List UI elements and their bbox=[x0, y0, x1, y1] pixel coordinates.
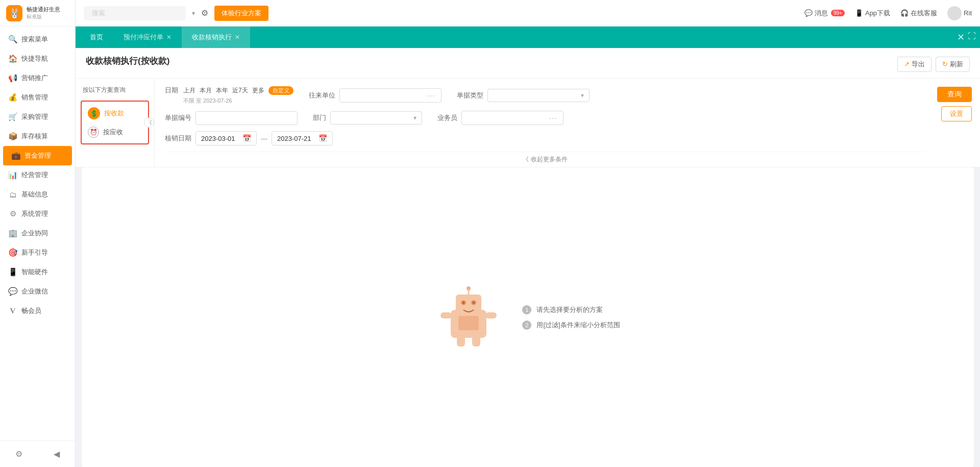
purchase-icon: 🛒 bbox=[8, 112, 17, 121]
doc-type-select[interactable]: ▾ bbox=[487, 89, 590, 102]
filter-option-receivable[interactable]: ⏰ 按应收 bbox=[84, 123, 146, 141]
svg-rect-10 bbox=[458, 316, 479, 330]
sidebar-item-operation[interactable]: 📊 经营管理 bbox=[0, 165, 75, 185]
hardware-icon: 📱 bbox=[8, 267, 17, 277]
sidebar-item-finance[interactable]: 💼 资金管理 bbox=[3, 146, 72, 165]
topbar-left: 搜索 ▾ ⚙ 体验行业方案 bbox=[84, 6, 268, 21]
collapse-more-icon: 《 bbox=[523, 155, 529, 164]
dropdown-arrow-icon[interactable]: ▾ bbox=[192, 10, 195, 17]
sidebar-item-label: 库存核算 bbox=[21, 132, 48, 141]
avatar bbox=[947, 6, 962, 20]
svg-rect-8 bbox=[457, 335, 465, 347]
tab-home[interactable]: 首页 bbox=[80, 27, 113, 48]
sidebar-item-enterprise[interactable]: 🏢 企业协同 bbox=[0, 224, 75, 243]
filter-area: 按以下方案查询 💲 按收款 ⏰ 按应收 《 bbox=[76, 79, 980, 167]
calendar-start-icon[interactable]: 📅 bbox=[242, 134, 251, 142]
sidebar-item-member[interactable]: V 畅会员 bbox=[0, 301, 75, 321]
sidebar-item-marketing[interactable]: 📢 营销推广 bbox=[0, 68, 75, 88]
counterparty-input[interactable]: ··· bbox=[339, 88, 442, 103]
tab-writeoff-label: 收款核销执行 bbox=[192, 33, 232, 42]
svg-rect-9 bbox=[472, 335, 480, 347]
staff-input[interactable]: ··· bbox=[461, 111, 564, 125]
tab-writeoff-close[interactable]: ✕ bbox=[235, 34, 240, 41]
sidebar-item-label: 销售管理 bbox=[21, 93, 48, 102]
enterprise-icon: 🏢 bbox=[8, 229, 17, 238]
writeoff-start-value: 2023-03-01 bbox=[201, 135, 235, 142]
sidebar-item-sales[interactable]: 💰 销售管理 bbox=[0, 88, 75, 107]
user-profile[interactable]: Rit bbox=[947, 6, 972, 20]
date-btn-custom[interactable]: 自定义 bbox=[268, 86, 293, 95]
tip-text-1: 请先选择要分析的方案 bbox=[536, 305, 603, 314]
settings-icon[interactable]: ⚙ bbox=[201, 8, 208, 18]
system-icon: ⚙ bbox=[8, 209, 17, 218]
svg-rect-6 bbox=[440, 312, 452, 318]
calendar-end-icon[interactable]: 📅 bbox=[318, 134, 327, 142]
date-btn-this-month[interactable]: 本月 bbox=[200, 86, 212, 95]
service-icon: 🎧 bbox=[900, 9, 909, 17]
empty-state: 1 请先选择要分析的方案 2 用[过滤]条件来缩小分析范围 bbox=[76, 167, 980, 467]
sidebar-item-label: 快捷导航 bbox=[21, 54, 48, 63]
dept-label: 部门 bbox=[313, 113, 326, 122]
app-download-button[interactable]: 📱 App下载 bbox=[855, 9, 890, 18]
sidebar-item-purchase[interactable]: 🛒 采购管理 bbox=[0, 107, 75, 127]
empty-illustration bbox=[435, 284, 502, 351]
sidebar-item-guide[interactable]: 🎯 新手引导 bbox=[0, 243, 75, 262]
filter-action-buttons: 查询 设置 bbox=[933, 79, 980, 167]
sidebar-item-wechat[interactable]: 💬 企业微信 bbox=[0, 282, 75, 301]
filter-form: 日期 上月 本月 本年 近7天 更多 自定义 不限 至 2023-07-26 bbox=[155, 79, 933, 167]
empty-tips: 1 请先选择要分析的方案 2 用[过滤]条件来缩小分析范围 bbox=[522, 305, 620, 330]
sidebar-item-label: 企业协同 bbox=[21, 229, 48, 238]
solution-button[interactable]: 体验行业方案 bbox=[214, 6, 268, 21]
staff-dots-icon[interactable]: ··· bbox=[549, 114, 558, 122]
sidebar-item-inventory[interactable]: 📦 库存核算 bbox=[0, 127, 75, 146]
member-icon: V bbox=[8, 307, 17, 315]
sales-icon: 💰 bbox=[8, 93, 17, 102]
collapse-sidebar-button[interactable]: ◀ bbox=[51, 446, 63, 462]
dept-select[interactable]: ▾ bbox=[330, 111, 422, 125]
tab-prepay[interactable]: 预付冲应付单 ✕ bbox=[113, 27, 182, 48]
sidebar-item-label: 营销推广 bbox=[21, 73, 48, 83]
collapse-more-button[interactable]: 《 收起更多条件 bbox=[165, 152, 925, 167]
finance-icon: 💼 bbox=[11, 151, 20, 160]
setting-button[interactable]: 设置 bbox=[941, 106, 972, 121]
date-btn-last-month[interactable]: 上月 bbox=[183, 86, 195, 95]
close-tab-icon[interactable]: ✕ bbox=[957, 32, 965, 43]
sidebar-item-label: 采购管理 bbox=[21, 112, 48, 121]
main-area: 搜索 ▾ ⚙ 体验行业方案 💬 消息 99+ 📱 App下载 🎧 在线客服 Ri… bbox=[76, 0, 980, 467]
filter-row-3: 核销日期 2023-03-01 📅 — 2023-07-21 📅 bbox=[165, 131, 925, 145]
doc-no-input[interactable] bbox=[195, 111, 298, 125]
date-btn-7days[interactable]: 近7天 bbox=[232, 86, 248, 95]
online-service-label: 在线客服 bbox=[911, 9, 937, 18]
settings-button[interactable]: ⚙ bbox=[12, 446, 26, 462]
empty-svg bbox=[435, 284, 502, 351]
export-button[interactable]: ↗ 导出 bbox=[897, 57, 932, 72]
tab-prepay-close[interactable]: ✕ bbox=[166, 34, 172, 41]
tab-writeoff[interactable]: 收款核销执行 ✕ bbox=[182, 27, 250, 48]
sidebar-item-quick-nav[interactable]: 🏠 快捷导航 bbox=[0, 49, 75, 68]
counterparty-label: 往来单位 bbox=[309, 91, 335, 100]
empty-tip-2: 2 用[过滤]条件来缩小分析范围 bbox=[522, 321, 620, 330]
sidebar-item-system[interactable]: ⚙ 系统管理 bbox=[0, 204, 75, 224]
tab-prepay-label: 预付冲应付单 bbox=[124, 33, 163, 42]
sidebar-item-search[interactable]: 🔍 搜索菜单 bbox=[0, 30, 75, 49]
refresh-button[interactable]: ↻ 刷新 bbox=[936, 57, 970, 72]
expand-icon[interactable]: ⛶ bbox=[968, 32, 976, 43]
counterparty-dots-icon[interactable]: ··· bbox=[427, 91, 436, 100]
query-button[interactable]: 查询 bbox=[937, 87, 972, 102]
filter-option-receipt[interactable]: 💲 按收款 bbox=[84, 104, 146, 123]
writeoff-end-date[interactable]: 2023-07-21 📅 bbox=[272, 131, 333, 145]
search-bar[interactable]: 搜索 bbox=[84, 6, 186, 20]
sidebar-item-hardware[interactable]: 📱 智能硬件 bbox=[0, 262, 75, 282]
collapse-filter-button[interactable]: 《 bbox=[144, 117, 154, 128]
operation-icon: 📊 bbox=[8, 170, 17, 180]
message-button[interactable]: 💬 消息 99+ bbox=[804, 9, 845, 18]
sidebar-item-label: 新手引导 bbox=[21, 248, 48, 257]
inventory-icon: 📦 bbox=[8, 132, 17, 141]
sidebar-item-basic-info[interactable]: 🗂 基础信息 bbox=[0, 185, 75, 204]
tab-home-label: 首页 bbox=[90, 33, 103, 42]
writeoff-start-date[interactable]: 2023-03-01 📅 bbox=[195, 131, 257, 145]
date-btn-this-year[interactable]: 本年 bbox=[216, 86, 228, 95]
online-service-button[interactable]: 🎧 在线客服 bbox=[900, 9, 937, 18]
filter-receivable-label: 按应收 bbox=[103, 128, 123, 137]
date-btn-more[interactable]: 更多 bbox=[252, 86, 264, 95]
